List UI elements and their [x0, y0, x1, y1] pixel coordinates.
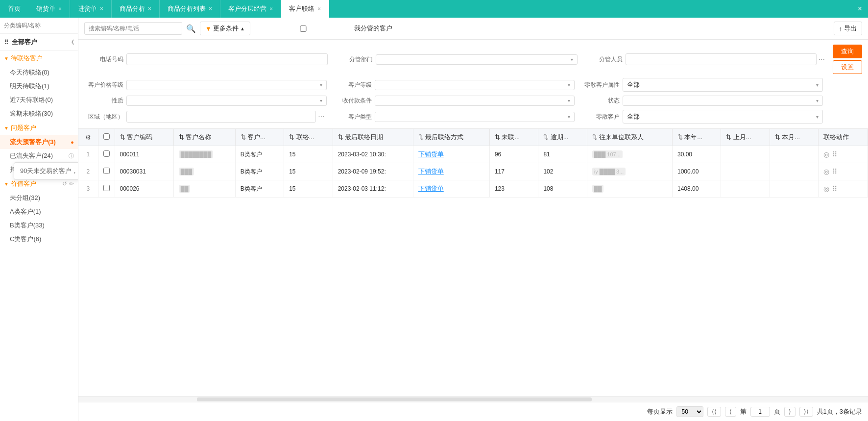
search-button[interactable]: 🔍 — [186, 24, 196, 33]
row3-more-icon[interactable]: ⠿ — [832, 185, 837, 193]
th-contact-person[interactable]: ⇅ 往来单位联系人 — [587, 129, 672, 146]
scroll-thumb[interactable] — [197, 397, 592, 401]
export-button[interactable]: ↑ 导出 — [834, 22, 863, 35]
page-input[interactable] — [750, 407, 770, 417]
phone-input[interactable] — [126, 53, 328, 65]
sidebar-group-problem[interactable]: ▼ 问题客户 — [0, 121, 78, 135]
th-name[interactable]: ⇅ 客户名称 — [173, 129, 235, 146]
sidebar-item-churn-warning[interactable]: 流失预警客户(3) ● — [0, 135, 78, 149]
customer-type-select[interactable]: ▾ — [375, 112, 575, 122]
more-conditions-button[interactable]: ▼ 更多条件 ▲ — [200, 22, 250, 35]
select-all-checkbox[interactable] — [103, 133, 110, 140]
page-size-select[interactable]: 50 100 200 — [676, 406, 703, 417]
td-annual-2: 1000.00 — [672, 163, 721, 180]
th-last-month[interactable]: ⇅ 上月... — [721, 129, 770, 146]
sidebar-item-7days[interactable]: 近7天待联络(0) — [0, 93, 78, 107]
my-customers-checkbox[interactable] — [254, 25, 352, 32]
tab-home[interactable]: 首页 — [0, 0, 28, 18]
tab-product-list[interactable]: 商品分析列表 × — [160, 0, 220, 18]
td-action-2: ◎ ⠿ — [819, 163, 868, 180]
row1-more-icon[interactable]: ⠿ — [832, 150, 837, 158]
price-level-select[interactable]: ▾ — [126, 80, 327, 90]
th-this-month[interactable]: ⇅ 本月... — [770, 129, 818, 146]
tab-customer-contact-close[interactable]: × — [317, 5, 321, 12]
sidebar-item-b-class[interactable]: B类客户(33) — [0, 219, 78, 232]
sidebar-search-icon: 🔍 — [77, 22, 78, 29]
tab-bar: 首页 销货单 × 进货单 × 商品分析 × 商品分析列表 × 客户分层经营 × … — [0, 0, 868, 18]
row1-contact-icon[interactable]: ◎ — [823, 150, 829, 158]
row3-checkbox[interactable] — [103, 185, 110, 191]
settings-button[interactable]: 设置 — [833, 60, 862, 74]
zero-retail-select2[interactable]: 全部 ▾ — [623, 110, 823, 124]
row2-contact-icon[interactable]: ◎ — [823, 168, 829, 175]
all-customers-label: 全部客户 — [12, 38, 37, 47]
value-edit-icon[interactable]: ✏ — [69, 180, 74, 187]
th-last-contact-date[interactable]: ⇅ 最后联络日期 — [333, 129, 413, 146]
tab-purchase-close[interactable]: × — [100, 5, 103, 12]
sidebar-item-c-class[interactable]: C类客户(6) — [0, 232, 78, 246]
td-method-1[interactable]: 下销货单 — [413, 146, 489, 163]
region-more-dots[interactable]: ··· — [316, 112, 326, 121]
query-button[interactable]: 查询 — [833, 45, 862, 58]
first-page-btn[interactable]: ⟨⟨ — [707, 407, 721, 417]
tab-product-list-close[interactable]: × — [209, 5, 212, 12]
manager-more-dots[interactable]: ··· — [817, 55, 827, 64]
prev-page-btn[interactable]: ⟨ — [725, 407, 736, 417]
th-uncontacted-days[interactable]: ⇅ 未联... — [489, 129, 538, 146]
gender-select[interactable]: ▾ — [126, 96, 327, 106]
department-select[interactable]: ▾ — [376, 54, 577, 65]
td-check-3[interactable] — [98, 180, 115, 198]
th-customer-type[interactable]: ⇅ 客户... — [235, 129, 284, 146]
sidebar-item-ungrouped[interactable]: 未分组(32) — [0, 191, 78, 205]
td-check-2[interactable] — [98, 163, 115, 180]
total-info: 共1页，3条记录 — [817, 407, 862, 416]
td-contact-2: 15 — [284, 163, 333, 180]
payment-select[interactable]: ▾ — [375, 96, 575, 106]
tab-customer-segment-close[interactable]: × — [269, 5, 273, 12]
tab-sales-close[interactable]: × — [58, 5, 62, 12]
zero-retail-attr-select[interactable]: 全部 ▾ — [623, 78, 823, 92]
th-code[interactable]: ⇅ 客户编码 — [115, 129, 173, 146]
table-row: 3 000026 ██ B类客户 15 2023-02-03 11:12: 下销… — [78, 180, 868, 198]
row2-more-icon[interactable]: ⠿ — [832, 168, 837, 175]
settings-icon: ⚙ — [85, 134, 91, 141]
th-last-contact-method[interactable]: ⇅ 最后联络方式 — [413, 129, 489, 146]
customer-level-select[interactable]: ▾ — [375, 80, 575, 90]
row3-contact-icon[interactable]: ◎ — [823, 185, 829, 193]
region-input[interactable] — [126, 111, 316, 123]
sidebar-all-customers[interactable]: ⠿ 全部客户 《 — [0, 34, 78, 51]
th-overdue-days[interactable]: ⇅ 逾期... — [538, 129, 587, 146]
tab-home-label: 首页 — [8, 4, 21, 13]
search-input[interactable] — [84, 22, 182, 35]
horizontal-scrollbar[interactable] — [78, 396, 868, 402]
status-select[interactable]: ▾ — [623, 96, 823, 106]
tab-purchase[interactable]: 进货单 × — [70, 0, 112, 18]
global-close-btn[interactable]: × — [852, 0, 868, 18]
sidebar-search-input[interactable] — [4, 22, 77, 29]
sidebar-item-a-class[interactable]: A类客户(1) — [0, 205, 78, 219]
th-annual[interactable]: ⇅ 本年... — [672, 129, 721, 146]
value-refresh-icon[interactable]: ↺ — [62, 180, 67, 187]
sidebar-group-pending[interactable]: ▼ 待联络客户 — [0, 51, 78, 66]
sidebar-item-today[interactable]: 今天待联络(0) — [0, 66, 78, 79]
tab-product-analysis-close[interactable]: × — [148, 5, 151, 12]
tab-customer-segment[interactable]: 客户分层经营 × — [220, 0, 281, 18]
td-check-1[interactable] — [98, 146, 115, 163]
manager-input[interactable] — [626, 53, 817, 65]
next-page-btn[interactable]: ⟩ — [784, 407, 796, 417]
tab-sales[interactable]: 销货单 × — [28, 0, 70, 18]
sidebar-item-tomorrow[interactable]: 明天待联络(1) — [0, 79, 78, 93]
sidebar-item-churned[interactable]: 已流失客户(24) ⓘ — [0, 149, 78, 163]
tab-customer-contact[interactable]: 客户联络 × — [281, 0, 329, 18]
row2-checkbox[interactable] — [103, 168, 110, 174]
row1-checkbox[interactable] — [103, 150, 110, 157]
tab-product-analysis[interactable]: 商品分析 × — [112, 0, 160, 18]
last-page-btn[interactable]: ⟩⟩ — [799, 407, 813, 417]
my-customers-checkbox-label[interactable]: 我分管的客户 — [254, 24, 392, 33]
grid-icon: ⠿ — [4, 39, 9, 46]
th-contact-count[interactable]: ⇅ 联络... — [284, 129, 333, 146]
sidebar-item-overdue[interactable]: 逾期未联络(30) — [0, 107, 78, 121]
td-method-2[interactable]: 下销货单 — [413, 163, 489, 180]
th-settings[interactable]: ⚙ — [78, 129, 98, 146]
td-method-3[interactable]: 下销货单 — [413, 180, 489, 198]
